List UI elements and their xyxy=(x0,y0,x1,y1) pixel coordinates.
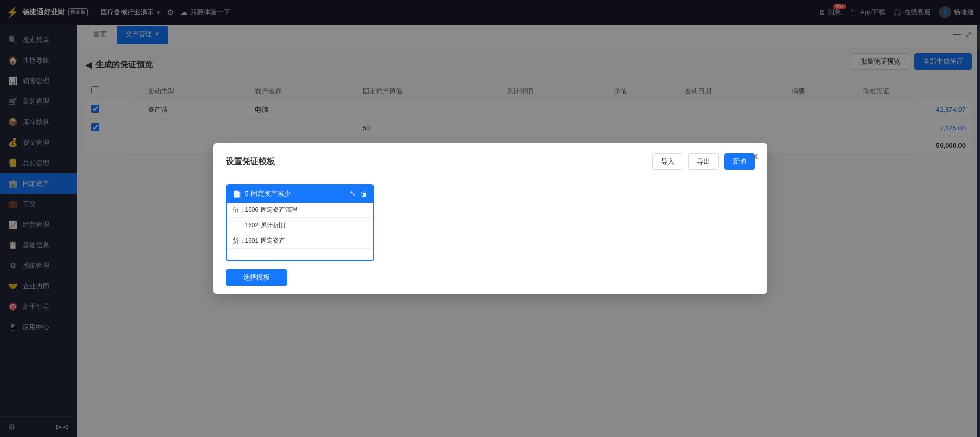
entry-amount xyxy=(337,203,355,218)
entry-label: 1602 累计折旧 xyxy=(227,218,338,233)
template-card-title: 📄 5-固定资产减少 xyxy=(233,189,291,198)
entry-amount2 xyxy=(355,218,373,233)
modal-toolbar: 导入 导出 新增 xyxy=(652,153,755,170)
modal-close-icon[interactable]: ✕ xyxy=(751,151,759,163)
entry-label: 借：1606 固定资产清理 xyxy=(227,203,338,218)
entry-amount xyxy=(337,218,355,233)
entry-label: 贷：1601 固定资产 xyxy=(227,233,338,249)
template-entries-table: 借：1606 固定资产清理 1602 累计折旧 xyxy=(227,203,373,260)
modal-header: 设置凭证模板 导入 导出 新增 ✕ xyxy=(213,143,767,176)
template-entry-row: 借：1606 固定资产清理 xyxy=(227,203,373,218)
template-entry-row: 1602 累计折旧 xyxy=(227,218,373,233)
template-card-body: 借：1606 固定资产清理 1602 累计折旧 xyxy=(227,203,373,260)
new-template-button[interactable]: 新增 xyxy=(724,153,755,170)
template-doc-icon: 📄 xyxy=(233,190,241,198)
entry-amount2 xyxy=(355,203,373,218)
delete-template-icon[interactable]: 🗑 xyxy=(360,190,367,198)
select-template-button[interactable]: 选择模板 xyxy=(226,269,287,286)
entry-amount xyxy=(337,233,355,249)
template-card-header: 📄 5-固定资产减少 ✎ 🗑 xyxy=(227,185,373,203)
template-entry-row: 贷：1601 固定资产 xyxy=(227,233,373,249)
import-button[interactable]: 导入 xyxy=(652,153,683,170)
entry-amount2 xyxy=(355,233,373,249)
modal-body: 📄 5-固定资产减少 ✎ 🗑 借：1606 固定资产清理 xyxy=(213,176,767,294)
modal-overlay[interactable]: 设置凭证模板 导入 导出 新增 ✕ 📄 5-固定资产减少 xyxy=(0,0,980,437)
template-entry-empty-row xyxy=(227,249,373,260)
modal-set-template: 设置凭证模板 导入 导出 新增 ✕ 📄 5-固定资产减少 xyxy=(213,143,767,294)
modal-title: 设置凭证模板 xyxy=(226,156,652,167)
template-card: 📄 5-固定资产减少 ✎ 🗑 借：1606 固定资产清理 xyxy=(226,184,374,261)
template-name: 5-固定资产减少 xyxy=(245,189,291,198)
app-wrapper: ⚡ 畅捷通好业财 普及版 医疗器械行业演示 ▾ ⚙ ☁ 我要体验一下 🖥 消息 … xyxy=(0,0,980,437)
export-button[interactable]: 导出 xyxy=(688,153,719,170)
edit-template-icon[interactable]: ✎ xyxy=(350,190,356,198)
template-card-actions: ✎ 🗑 xyxy=(350,190,367,198)
